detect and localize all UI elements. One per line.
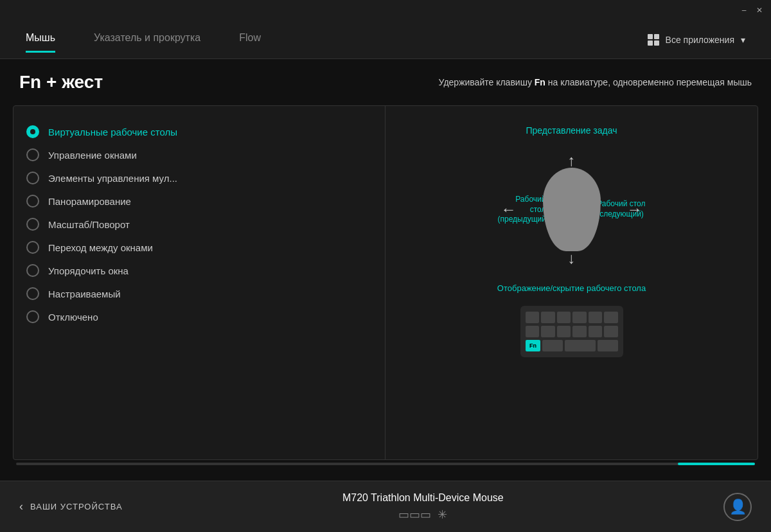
radio-zoom-rotate[interactable] bbox=[26, 218, 39, 231]
dropdown-arrow: ▾ bbox=[741, 35, 745, 45]
kbd-key bbox=[526, 326, 540, 337]
arrow-down: ↓ bbox=[568, 249, 576, 267]
option-disabled-label: Отключено bbox=[48, 312, 98, 323]
kbd-key bbox=[589, 312, 603, 323]
kbd-key bbox=[572, 326, 587, 337]
device-icons: ▭▭▭ ✳ bbox=[398, 508, 447, 522]
label-desktop-next: Рабочий стол(следующий) bbox=[597, 199, 645, 219]
option-virtual-desktops-label: Виртуальные рабочие столы bbox=[48, 127, 177, 137]
radio-virtual-desktops[interactable] bbox=[26, 125, 39, 138]
mouse-diagram: ↑ ↓ ← → Рабочий стол(предыдущий) bbox=[495, 145, 649, 274]
option-custom-label: Настраиваемый bbox=[48, 288, 121, 299]
apps-label: Все приложения bbox=[666, 35, 734, 45]
hint-suffix: на клавиатуре, одновременно перемещая мы… bbox=[545, 77, 752, 87]
nav-bar: Мышь Указатель и прокрутка Flow Все прил… bbox=[0, 21, 771, 59]
option-window-management[interactable]: Управление окнами bbox=[26, 148, 372, 161]
kbd-row-3: Fn bbox=[526, 340, 618, 352]
section-title: Fn + жест bbox=[19, 72, 103, 93]
back-button[interactable]: ‹ ВАШИ УСТРОЙСТВА bbox=[19, 500, 123, 513]
hint-text: Удерживайте клавишу bbox=[439, 77, 535, 87]
grid-icon bbox=[648, 34, 659, 46]
section-hint: Удерживайте клавишу Fn на клавиатуре, од… bbox=[439, 77, 752, 87]
option-media-controls-label: Элементы управления мул... bbox=[48, 173, 177, 184]
back-label: ВАШИ УСТРОЙСТВА bbox=[30, 502, 123, 511]
option-disabled[interactable]: Отключено bbox=[26, 310, 372, 323]
kbd-key bbox=[557, 312, 571, 323]
radio-switch-windows[interactable] bbox=[26, 241, 39, 254]
kbd-row-1 bbox=[526, 311, 618, 323]
task-view-label: Представление задач bbox=[526, 125, 617, 136]
kbd-key bbox=[541, 312, 555, 323]
kbd-key bbox=[604, 326, 618, 337]
radio-disabled[interactable] bbox=[26, 310, 39, 323]
battery-icon: ▭▭▭ bbox=[398, 508, 431, 522]
radio-arrange-windows[interactable] bbox=[26, 264, 39, 277]
back-arrow-icon: ‹ bbox=[19, 500, 24, 513]
window-controls: – ✕ bbox=[740, 6, 763, 14]
radio-window-management[interactable] bbox=[26, 148, 39, 161]
visualization-panel: Представление задач ↑ ↓ ← → bbox=[386, 106, 758, 459]
profile-icon: 👤 bbox=[729, 499, 747, 515]
kbd-key bbox=[589, 326, 603, 337]
kbd-key bbox=[572, 312, 587, 323]
profile-button[interactable]: 👤 bbox=[723, 493, 752, 521]
option-custom[interactable]: Настраиваемый bbox=[26, 287, 372, 300]
label-desktop-previous: Рабочий стол(предыдущий) bbox=[498, 195, 546, 225]
option-switch-windows[interactable]: Переход между окнами bbox=[26, 241, 372, 254]
section-header: Fn + жест Удерживайте клавишу Fn на клав… bbox=[13, 72, 758, 105]
title-prefix: Fn + bbox=[19, 72, 62, 92]
options-panel: Виртуальные рабочие столы Управление окн… bbox=[13, 106, 386, 459]
radio-panorama[interactable] bbox=[26, 195, 39, 208]
tab-mouse[interactable]: Мышь bbox=[26, 32, 55, 48]
title-suffix: жест bbox=[62, 72, 103, 92]
app-window: – ✕ Мышь Указатель и прокрутка Flow Все … bbox=[0, 0, 771, 532]
device-name: M720 Triathlon Multi-Device Mouse bbox=[342, 492, 504, 504]
kbd-key bbox=[598, 340, 618, 351]
option-switch-windows-label: Переход между окнами bbox=[48, 242, 153, 253]
kbd-key bbox=[541, 326, 555, 337]
kbd-key bbox=[604, 312, 618, 323]
hint-key: Fn bbox=[535, 77, 545, 87]
option-virtual-desktops[interactable]: Виртуальные рабочие столы bbox=[26, 125, 372, 138]
scroll-track[interactable] bbox=[16, 463, 755, 465]
kbd-key bbox=[565, 340, 596, 351]
mouse-shape bbox=[543, 168, 601, 251]
arrow-up: ↑ bbox=[568, 152, 576, 170]
option-window-management-label: Управление окнами bbox=[48, 150, 137, 161]
option-panorama[interactable]: Панорамирование bbox=[26, 195, 372, 208]
keyboard-illustration: Fn bbox=[520, 306, 623, 357]
tab-pointer[interactable]: Указатель и прокрутка bbox=[94, 32, 200, 48]
option-zoom-rotate[interactable]: Масштаб/Поворот bbox=[26, 218, 372, 231]
option-panorama-label: Панорамирование bbox=[48, 196, 131, 207]
option-media-controls[interactable]: Элементы управления мул... bbox=[26, 172, 372, 184]
bluetooth-icon: ✳ bbox=[438, 508, 447, 522]
scroll-thumb[interactable] bbox=[678, 463, 755, 465]
option-arrange-windows-label: Упорядочить окна bbox=[48, 265, 128, 276]
kbd-key bbox=[542, 340, 563, 351]
tab-flow[interactable]: Flow bbox=[239, 32, 261, 48]
fn-key: Fn bbox=[526, 340, 541, 351]
apps-menu[interactable]: Все приложения ▾ bbox=[648, 34, 745, 46]
hide-desktop-label: Отображение/скрытие рабочего стола bbox=[497, 283, 646, 293]
option-arrange-windows[interactable]: Упорядочить окна bbox=[26, 264, 372, 277]
minimize-button[interactable]: – bbox=[740, 6, 748, 14]
radio-media-controls[interactable] bbox=[26, 172, 39, 184]
panels-container: Виртуальные рабочие столы Управление окн… bbox=[13, 105, 758, 460]
kbd-key bbox=[526, 312, 540, 323]
main-content: Fn + жест Удерживайте клавишу Fn на клав… bbox=[0, 59, 771, 481]
close-button[interactable]: ✕ bbox=[756, 6, 763, 14]
bottom-bar: ‹ ВАШИ УСТРОЙСТВА M720 Triathlon Multi-D… bbox=[0, 481, 771, 532]
scroll-area[interactable] bbox=[13, 460, 758, 468]
title-bar: – ✕ bbox=[0, 0, 771, 21]
device-info: M720 Triathlon Multi-Device Mouse ▭▭▭ ✳ bbox=[123, 492, 723, 522]
option-zoom-rotate-label: Масштаб/Поворот bbox=[48, 219, 130, 230]
kbd-row-2 bbox=[526, 325, 618, 337]
radio-custom[interactable] bbox=[26, 287, 39, 300]
kbd-key bbox=[557, 326, 571, 337]
viz-container: Представление задач ↑ ↓ ← → bbox=[495, 125, 649, 357]
